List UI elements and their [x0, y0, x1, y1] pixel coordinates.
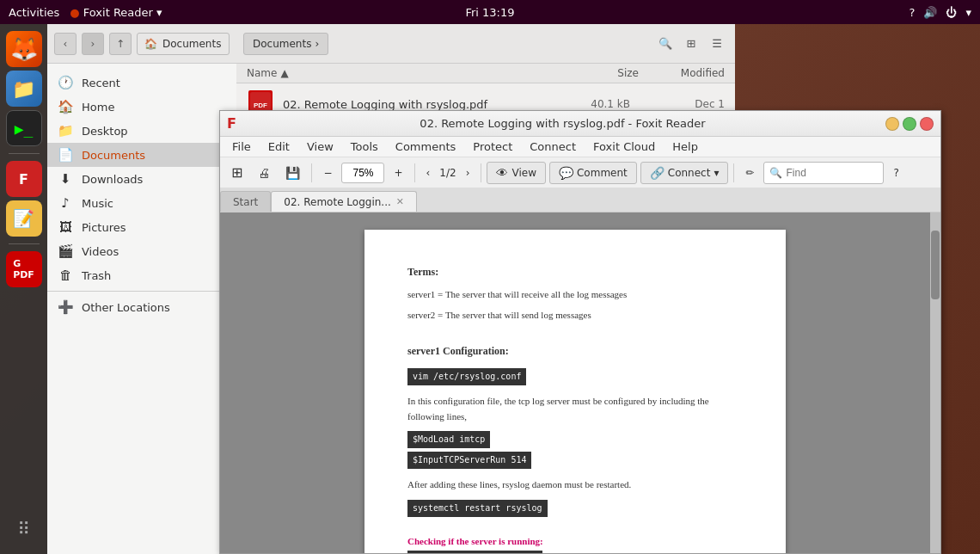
pdf-code-1: vim /etc/rsyslog.conf	[407, 368, 526, 385]
menu-foxit-cloud[interactable]: Foxit Cloud	[585, 138, 664, 155]
menu-edit[interactable]: Edit	[260, 138, 298, 155]
find-box[interactable]: 🔍	[763, 162, 884, 184]
sidebar-item-trash[interactable]: 🗑 Trash	[47, 263, 236, 287]
dock-item-foxit[interactable]: F	[6, 161, 42, 197]
sidebar-item-desktop[interactable]: 📁 Desktop	[47, 119, 236, 143]
foxit-content: Terms: server1 = The server that will re…	[220, 212, 940, 553]
tab-start[interactable]: Start	[220, 191, 271, 212]
foxit-title: 02. Remote Logging with rsyslog.pdf - Fo…	[247, 117, 879, 130]
menu-protect[interactable]: Protect	[464, 138, 521, 155]
sidebar-item-documents[interactable]: 📄 Documents	[47, 143, 236, 167]
maximize-button[interactable]	[903, 117, 916, 131]
menu-view[interactable]: View	[298, 138, 342, 155]
sidebar-item-label-videos: Videos	[82, 245, 119, 258]
col-header-modified[interactable]: Modified	[639, 67, 725, 79]
pdf-terms-line-2: server2 = The server that will send log …	[407, 308, 743, 323]
notes-icon: 📝	[13, 208, 34, 229]
videos-icon: 🎬	[58, 243, 73, 259]
breadcrumb-documents[interactable]: Documents ›	[243, 33, 328, 55]
documents-icon: 📄	[58, 147, 73, 163]
dock-separator	[9, 153, 40, 154]
sys-icon-1: ?	[910, 6, 916, 19]
sidebar-item-music[interactable]: ♪ Music	[47, 191, 236, 215]
tb-sep-1	[311, 163, 312, 182]
volume-icon[interactable]: 🔊	[923, 6, 937, 19]
firefox-icon: 🦊	[10, 36, 38, 62]
tab-doc-label: 02. Remote Loggin...	[284, 196, 390, 208]
nav-forward-button[interactable]: ›	[82, 33, 104, 55]
sidebar-item-home[interactable]: 🏠 Home	[47, 95, 236, 119]
pdf-code-2: $ModLoad imtcp	[407, 431, 490, 448]
comment-icon: 💬	[559, 166, 573, 180]
sys-arrow: ▾	[965, 6, 971, 19]
dock-item-apps[interactable]: ⠿	[6, 511, 42, 547]
view-toggle-button[interactable]: ⊞	[680, 33, 702, 55]
location-bar[interactable]: 🏠 Documents	[137, 33, 230, 55]
sidebar-item-videos[interactable]: 🎬 Videos	[47, 239, 236, 263]
menu-button[interactable]: ☰	[706, 33, 728, 55]
page-indicator: 1/2	[439, 167, 456, 179]
sidebar-item-label-trash: Trash	[82, 269, 111, 282]
fl-icon-group: 🔍 ⊞ ☰	[654, 33, 728, 55]
zoom-input[interactable]	[341, 163, 384, 183]
nav-back-button[interactable]: ‹	[54, 33, 77, 55]
col-header-name[interactable]: Name ▲	[247, 67, 570, 79]
tab-close-btn[interactable]: ✕	[396, 196, 404, 207]
dock-item-gpdf[interactable]: GPDF	[6, 251, 42, 287]
breadcrumb-text: Documents	[253, 38, 311, 50]
dock-item-terminal[interactable]: ▶_	[6, 110, 42, 146]
col-header-size[interactable]: Size	[570, 67, 639, 79]
help-btn[interactable]: ?	[887, 162, 904, 184]
edit-icon-btn[interactable]: ✏	[739, 162, 760, 184]
view-btn[interactable]: 👁 View	[487, 162, 545, 184]
dock-item-files[interactable]: 📁	[6, 71, 42, 107]
tab-start-label: Start	[233, 196, 258, 208]
other-locations-icon: ➕	[58, 299, 73, 315]
dock-item-notes[interactable]: 📝	[6, 200, 42, 237]
sidebar-item-downloads[interactable]: ⬇ Downloads	[47, 167, 236, 191]
menu-tools[interactable]: Tools	[342, 138, 387, 155]
sidebar-item-pictures[interactable]: 🖼 Pictures	[47, 215, 236, 239]
prev-page-btn[interactable]: ‹	[420, 162, 437, 184]
menu-comments[interactable]: Comments	[387, 138, 464, 155]
print-btn[interactable]: 🖨	[252, 162, 276, 184]
tab-doc[interactable]: 02. Remote Loggin... ✕	[271, 191, 417, 212]
scrollbar-track[interactable]	[930, 212, 940, 553]
page-view-btn[interactable]: ⊞	[225, 162, 248, 184]
pdf-code-3: $InputTCPServerRun 514	[407, 452, 531, 469]
pdf-scroll-area[interactable]: Terms: server1 = The server that will re…	[220, 212, 930, 553]
close-button[interactable]	[920, 117, 934, 131]
find-input[interactable]	[786, 167, 854, 179]
sidebar-item-label-pictures: Pictures	[82, 221, 126, 234]
activities-label[interactable]: Activities	[9, 6, 59, 19]
search-icon: 🔍	[769, 167, 782, 179]
save-btn[interactable]: 💾	[279, 162, 306, 184]
sort-arrow: ▲	[280, 67, 288, 79]
next-page-btn[interactable]: ›	[460, 162, 476, 184]
foxit-menubar: File Edit View Tools Comments Protect Co…	[220, 137, 940, 157]
svg-text:PDF: PDF	[254, 102, 267, 109]
dock-item-firefox[interactable]: 🦊	[6, 31, 42, 67]
power-icon[interactable]: ⏻	[946, 6, 957, 19]
pictures-icon: 🖼	[58, 219, 73, 235]
connect-btn[interactable]: 🔗 Connect ▾	[640, 162, 729, 184]
foxit-window: F 02. Remote Logging with rsyslog.pdf - …	[219, 110, 941, 554]
minimize-button[interactable]	[885, 117, 899, 131]
scrollbar-thumb[interactable]	[931, 231, 940, 299]
menu-help[interactable]: Help	[664, 138, 707, 155]
downloads-icon: ⬇	[58, 171, 73, 187]
apps-grid-icon: ⠿	[17, 519, 30, 539]
zoom-in-btn[interactable]: +	[388, 162, 408, 184]
sidebar-item-label-home: Home	[82, 101, 114, 114]
zoom-out-btn[interactable]: −	[317, 162, 338, 184]
recent-icon: 🕐	[58, 75, 73, 90]
comment-btn[interactable]: 💬 Comment	[549, 162, 637, 184]
nav-up-button[interactable]: ↑	[109, 33, 132, 55]
menu-connect[interactable]: Connect	[521, 138, 585, 155]
search-button[interactable]: 🔍	[654, 33, 677, 55]
sidebar-item-label-documents: Documents	[82, 149, 145, 162]
sidebar-item-recent[interactable]: 🕐 Recent	[47, 71, 236, 95]
sidebar-item-other-locations[interactable]: ➕ Other Locations	[47, 295, 236, 319]
home-icon-small: 🏠	[144, 38, 157, 50]
menu-file[interactable]: File	[224, 138, 260, 155]
